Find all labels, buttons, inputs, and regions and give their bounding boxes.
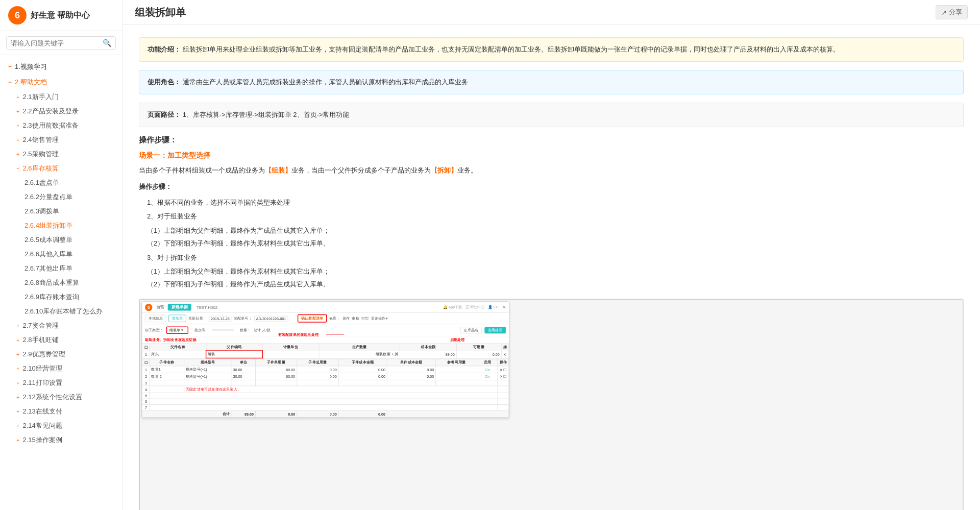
sub-expand-icon: +	[16, 94, 19, 100]
func-intro-label: 功能介绍：	[148, 45, 181, 53]
logo-text: 好生意 帮助中心	[31, 10, 90, 21]
sidebar-item-2-6-8[interactable]: 2.6.8商品成本重算	[8, 276, 122, 290]
sidebar-item-video[interactable]: + 1.视频学习	[0, 59, 122, 75]
sim-child-td-cost2: 0.00	[387, 366, 435, 373]
logo-icon: 6	[8, 6, 27, 25]
sidebar-item-2-1[interactable]: + 2.1新手入门	[8, 90, 122, 104]
sim-type-input[interactable]: 组装单 ▾	[166, 326, 188, 333]
ops-title: 操作步骤：	[139, 135, 964, 145]
step-3-subs: （1）上部明细为父件明细，最终作为原材料生成其它出库单； （2）下部明细为子件明…	[147, 265, 964, 290]
sidebar-item-label: 2.11打印设置	[22, 378, 62, 387]
screenshot-container: 6 自营 新建单据 TEST-H002 🔔 App下载 ☰ 帮助中心 👤 CC …	[139, 299, 964, 510]
sim-child-td-spec2: 规格型号(+1)	[184, 373, 232, 380]
sidebar-item-2-6-10[interactable]: 2.6.10库存账本错了怎么办	[8, 304, 122, 319]
sim-child-th-ops: 操作	[498, 359, 509, 366]
sim-child-row-2: 2 数量 2 规格型号(+1) 30.00 60.00 0.00 0.00 0.…	[142, 373, 509, 380]
search-box[interactable]: 🔍	[6, 36, 116, 50]
sim-child-th-unit: 单位	[231, 359, 255, 366]
sim-child-td-num3: 3	[142, 380, 150, 386]
sidebar-item-2-6-2[interactable]: 2.6.2分量盘点单	[8, 190, 122, 204]
sim-topbar: 6 自营 新建单据 TEST-H002 🔔 App下载 ☰ 帮助中心 👤 CC …	[142, 302, 509, 313]
sim-child-td-unit3	[231, 380, 255, 386]
sim-child-td-name3	[150, 380, 184, 386]
sidebar-item-2-11[interactable]: + 2.11打印设置	[8, 376, 122, 390]
sim-close-icon[interactable]: ✕	[502, 305, 506, 310]
scene1-title: 场景一：加工类型选择	[139, 151, 964, 160]
sim-child-th-code: 规格型号	[184, 359, 232, 366]
sidebar-item-2-6-9[interactable]: 2.6.9库存账本查询	[8, 290, 122, 304]
sub-expand-icon: +	[16, 408, 19, 415]
sidebar-item-2-7[interactable]: + 2.7资金管理	[8, 319, 122, 333]
sim-child-td-avail2	[435, 373, 477, 380]
sim-child-td-action7[interactable]	[498, 404, 509, 410]
sidebar-item-label: 2.6.5成本调整单	[24, 235, 72, 245]
search-input[interactable]	[11, 39, 103, 47]
sidebar-item-2-8[interactable]: + 2.8手机旺铺	[8, 333, 122, 347]
role-block: 使用角色： 通常由生产人员或库管人员完成拆装业务的操作，库管人员确认原材料的出库…	[139, 70, 964, 94]
sim-tab-new[interactable]: 新加单	[168, 314, 186, 322]
sidebar-item-2-6-4[interactable]: 2.6.4组装拆卸单	[8, 218, 122, 233]
sub-expand-icon: +	[16, 137, 19, 143]
sim-confirm-bom-btn[interactable]: 确认装配清单	[298, 314, 327, 323]
annotation-apply: 启用处理	[450, 337, 465, 342]
sim-num-label: 批次号：	[194, 328, 209, 333]
ops-steps-title: 操作步骤：	[139, 181, 964, 192]
sidebar-item-2-3[interactable]: + 2.3使用前数据准备	[8, 118, 122, 133]
sidebar-item-2-6-1[interactable]: 2.6.1盘点单	[8, 176, 122, 190]
annotation-manual: 无固定清单可以直接在这里录入	[184, 386, 477, 393]
sidebar-item-2-15[interactable]: + 2.15操作案例	[8, 433, 122, 447]
sidebar-item-2-6-5[interactable]: 2.6.5成本调整单	[8, 233, 122, 247]
top-bar: 组装拆卸单 ↗ 分享	[122, 0, 980, 25]
sidebar-item-2-6[interactable]: − 2.6库存核算	[8, 161, 122, 176]
sim-apply-btn[interactable]: 启用处理	[484, 327, 506, 333]
sidebar-item-2-14[interactable]: + 2.14常见问题	[8, 419, 122, 433]
sim-th-check: ☐	[142, 344, 150, 351]
sim-save-label: 保存	[342, 315, 350, 321]
sim-child-td-cost6	[387, 380, 435, 386]
screenshot-height-placeholder	[140, 499, 963, 510]
sidebar-item-label: 2.6.7其他出库单	[24, 264, 72, 273]
sim-tab-local[interactable]: 本地信息	[145, 314, 166, 322]
sim-child-td-action4[interactable]	[498, 386, 509, 393]
share-label: 分享	[949, 8, 962, 17]
collapse-icon: −	[8, 79, 12, 86]
sim-batch-input[interactable]	[212, 329, 234, 331]
sidebar-item-2-6-3[interactable]: 2.6.3调拨单	[8, 204, 122, 218]
sidebar-item-label: 2.9优惠券管理	[22, 350, 65, 359]
sidebar-item-2-6-7[interactable]: 2.6.7其他出库单	[8, 261, 122, 276]
sim-child-td-action2[interactable]: ✕ ☐	[498, 373, 509, 380]
sidebar-item-2-2[interactable]: + 2.2产品安装及登录	[8, 104, 122, 118]
annotation-switch: 组装业务、拆卸业务在这里切换	[145, 337, 197, 342]
sim-child-td-spec1: 规格型号(+1)	[184, 366, 232, 373]
sim-child-td-name4	[150, 386, 184, 393]
sim-child-td-avail3	[435, 380, 477, 386]
sim-child-td-action6[interactable]	[498, 399, 509, 405]
sub-expand-icon: +	[16, 380, 19, 386]
sidebar-item-2-13[interactable]: + 2.13在线支付	[8, 404, 122, 419]
search-icon[interactable]: 🔍	[103, 39, 111, 47]
sidebar-item-docs[interactable]: − 2.帮助文档	[0, 75, 122, 90]
annotation-arrow1	[326, 334, 344, 334]
share-button[interactable]: ↗ 分享	[936, 5, 968, 19]
sidebar-item-2-12[interactable]: + 2.12系统个性化设置	[8, 390, 122, 404]
sim-child-td-sub-total3	[297, 380, 338, 386]
sim-child-th-avail: 参考可用量	[435, 359, 477, 366]
sim-child-td-action5[interactable]	[498, 393, 509, 399]
step-1: 1、根据不同的业务，选择不同单据的类型来处理	[147, 197, 964, 208]
sidebar-item-2-9[interactable]: + 2.9优惠券管理	[8, 347, 122, 361]
sidebar-item-2-10[interactable]: + 2.10经营管理	[8, 361, 122, 376]
sim-total-qty1: 0.00	[255, 410, 297, 418]
sim-child-td-sub-total1: 0.00	[297, 366, 338, 373]
sidebar-item-2-4[interactable]: + 2.4销售管理	[8, 133, 122, 147]
sim-td-action[interactable]: ✕	[501, 351, 508, 358]
sidebar-item-2-5[interactable]: + 2.5采购管理	[8, 147, 122, 161]
sim-child-td-action3[interactable]	[498, 380, 509, 386]
sim-more-label: 更多操作▾	[371, 315, 387, 321]
sub-expand-icon: +	[16, 366, 19, 372]
sim-child-td-action1[interactable]: ✕ ☐	[498, 366, 509, 373]
nav-area: + 1.视频学习 − 2.帮助文档 + 2.1新手入门 + 2.2产品安装及登录…	[0, 55, 122, 510]
sidebar-item-2-6-6[interactable]: 2.6.6其他入库单	[8, 247, 122, 261]
step-3-sub-1: （1）上部明细为父件明细，最终作为原材料生成其它出库单；	[147, 265, 964, 277]
sim-child-td-num5: 5	[142, 393, 150, 399]
expand-icon: +	[8, 63, 12, 70]
